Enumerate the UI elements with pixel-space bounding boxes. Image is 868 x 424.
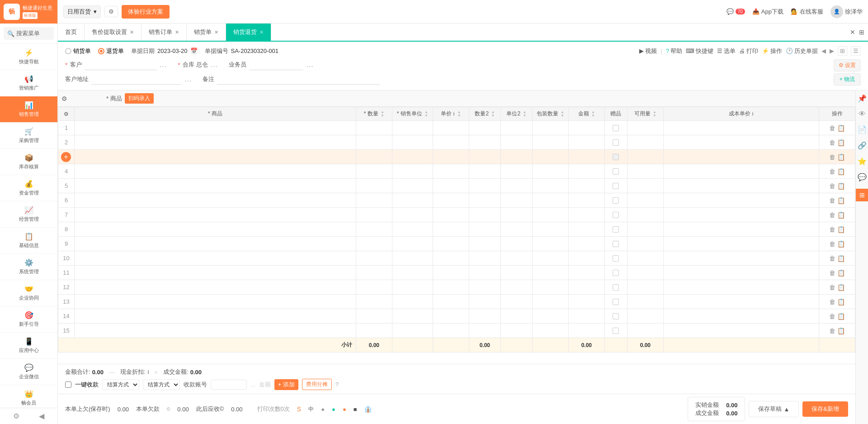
row-delete-btn-2[interactable]: 🗑: [829, 139, 835, 146]
scan-input-btn[interactable]: 扫码录入: [125, 93, 154, 104]
grid-view-btn[interactable]: ⊞: [838, 46, 847, 56]
row-delete-btn-15[interactable]: 🗑: [829, 327, 835, 334]
sidebar-item-system[interactable]: ⚙️ 系统管理: [0, 254, 57, 280]
row-copy-btn-13[interactable]: 📋: [837, 298, 845, 305]
sidebar-item-marketing[interactable]: 📢 营销推广: [0, 70, 57, 96]
row-delete-btn-3[interactable]: 🗑: [829, 153, 835, 161]
right-panel-icon-1[interactable]: 📌: [858, 94, 867, 103]
save-new-btn[interactable]: 保存&新增: [802, 401, 848, 417]
add-row-btn[interactable]: +: [61, 152, 71, 162]
tabs-close-btn[interactable]: ✕: [850, 29, 855, 36]
sidebar-item-app-center[interactable]: 📱 应用中心: [0, 333, 57, 359]
row-delete-btn-1[interactable]: 🗑: [829, 124, 835, 132]
gift-checkbox-4[interactable]: [613, 168, 619, 175]
right-panel-icon-3[interactable]: 📄: [858, 125, 867, 134]
payment-help-icon[interactable]: ?: [335, 381, 339, 388]
radio-sales-bill[interactable]: 销货单: [65, 47, 91, 55]
gift-checkbox-3[interactable]: [613, 154, 619, 160]
warehouse-select-btn[interactable]: ...: [211, 61, 218, 69]
one-click-payment-checkbox[interactable]: [65, 381, 71, 388]
tabs-maximize-btn[interactable]: ⊞: [859, 29, 864, 36]
sidebar-item-member[interactable]: 👑 畅会员: [0, 385, 57, 408]
gift-checkbox-8[interactable]: [613, 226, 619, 233]
staff-select-btn[interactable]: ...: [306, 61, 313, 69]
right-panel-icon-6[interactable]: 💬: [858, 173, 867, 181]
online-service-btn[interactable]: 💁 在线客服: [791, 8, 823, 16]
operate-link[interactable]: ⚡ 操作: [762, 47, 782, 55]
gift-checkbox-10[interactable]: [613, 255, 619, 262]
table-settings-btn[interactable]: ⚙: [61, 95, 67, 102]
next-record-btn[interactable]: ▶: [830, 48, 834, 54]
video-link[interactable]: ▶ 视频: [639, 47, 657, 55]
row-delete-btn-11[interactable]: 🗑: [829, 269, 835, 276]
tab-sales-delivery[interactable]: 销货单 ✕: [187, 24, 226, 41]
product-cell-active[interactable]: [75, 150, 356, 164]
row-copy-btn-2[interactable]: 📋: [837, 139, 845, 146]
app-download-btn[interactable]: 📥 App下载: [752, 8, 783, 16]
gift-checkbox-7[interactable]: [613, 212, 619, 218]
tab-home[interactable]: 首页: [58, 24, 85, 41]
tab-close-sales-delivery[interactable]: ✕: [214, 29, 218, 35]
row-delete-btn-4[interactable]: 🗑: [829, 168, 835, 175]
address-input[interactable]: [91, 74, 182, 85]
sidebar-item-enterprise[interactable]: 🤝 企业协同: [0, 280, 57, 306]
split-cost-btn[interactable]: 费用分摊: [302, 379, 332, 390]
radio-return-bill[interactable]: 退货单: [98, 47, 124, 55]
row-copy-btn-3[interactable]: 📋: [837, 153, 845, 161]
row-copy-btn-11[interactable]: 📋: [837, 269, 845, 276]
sidebar-item-operations[interactable]: 📈 经营管理: [0, 201, 57, 228]
row-copy-btn-10[interactable]: 📋: [837, 255, 845, 262]
settings-btn[interactable]: ⚙ 设置: [834, 59, 861, 71]
row-delete-btn-12[interactable]: 🗑: [829, 284, 835, 291]
product-cell[interactable]: [75, 135, 356, 150]
sidebar-item-purchase[interactable]: 🛒 采购管理: [0, 123, 57, 149]
row-delete-btn-9[interactable]: 🗑: [829, 240, 835, 248]
sidebar-collapse-btn[interactable]: ◀: [39, 412, 44, 420]
sidebar-settings-btn[interactable]: ⚙: [13, 412, 19, 420]
select-link[interactable]: ☰ 选单: [717, 47, 736, 55]
account-input[interactable]: [211, 380, 247, 390]
sidebar-item-enterprise-wechat[interactable]: 💬 企业微信: [0, 359, 57, 385]
shortcut-link[interactable]: ⌨ 快捷键: [686, 47, 713, 55]
row-delete-btn-6[interactable]: 🗑: [829, 197, 835, 204]
add-logistics-btn[interactable]: + 物流: [834, 73, 861, 86]
help-link[interactable]: ? 帮助: [666, 47, 682, 55]
row-delete-btn-10[interactable]: 🗑: [829, 255, 835, 262]
gift-checkbox-1[interactable]: [613, 125, 619, 131]
tab-sales-order[interactable]: 销售订单 ✕: [142, 24, 187, 41]
sidebar-item-finance[interactable]: 💰 资金管理: [0, 175, 57, 201]
list-view-btn[interactable]: ☰: [851, 46, 861, 56]
row-copy-btn-12[interactable]: 📋: [837, 284, 845, 291]
gift-checkbox-2[interactable]: [613, 139, 619, 146]
discount-info-icon[interactable]: ℹ: [147, 369, 149, 375]
sidebar-item-inventory[interactable]: 📦 库存核算: [0, 149, 57, 175]
add-payment-btn[interactable]: + 添加: [274, 379, 298, 390]
right-panel-icon-4[interactable]: 🔗: [858, 141, 867, 150]
row-delete-btn-5[interactable]: 🗑: [829, 182, 835, 190]
gift-checkbox-13[interactable]: [613, 299, 619, 305]
search-menu-button[interactable]: 🔍 搜索菜单: [4, 27, 54, 40]
row-delete-btn-14[interactable]: 🗑: [829, 313, 835, 320]
customer-select-btn[interactable]: ...: [160, 61, 167, 69]
row-copy-btn-9[interactable]: 📋: [837, 240, 845, 248]
tab-close-sales-order[interactable]: ✕: [175, 29, 179, 35]
address-select-btn[interactable]: ...: [184, 75, 192, 83]
tab-close-sales-return[interactable]: ✕: [259, 29, 264, 35]
breadcrumb-select[interactable]: 日用百货 ▾: [63, 5, 101, 18]
print-link[interactable]: 🖨 打印: [739, 47, 758, 55]
tab-price-setting[interactable]: 售价提取设置 ✕: [85, 24, 142, 41]
right-panel-icon-2[interactable]: 👁: [859, 110, 866, 118]
row-copy-btn-6[interactable]: 📋: [837, 197, 845, 204]
row-delete-btn-13[interactable]: 🗑: [829, 298, 835, 305]
sidebar-item-basic[interactable]: 📋 基础信息: [0, 228, 57, 254]
gift-checkbox-5[interactable]: [613, 183, 619, 189]
header-settings-btn[interactable]: ⚙: [104, 6, 118, 17]
gift-checkbox-14[interactable]: [613, 313, 619, 319]
calendar-icon[interactable]: 📅: [190, 48, 198, 54]
message-btn[interactable]: 💬 70: [726, 8, 745, 15]
prev-record-btn[interactable]: ◀: [821, 48, 826, 54]
tab-sales-return[interactable]: 销货退货 ✕: [226, 24, 271, 41]
gift-checkbox-9[interactable]: [613, 241, 619, 247]
row-copy-btn-4[interactable]: 📋: [837, 168, 845, 175]
user-profile[interactable]: 👤 徐泽华: [830, 5, 863, 18]
